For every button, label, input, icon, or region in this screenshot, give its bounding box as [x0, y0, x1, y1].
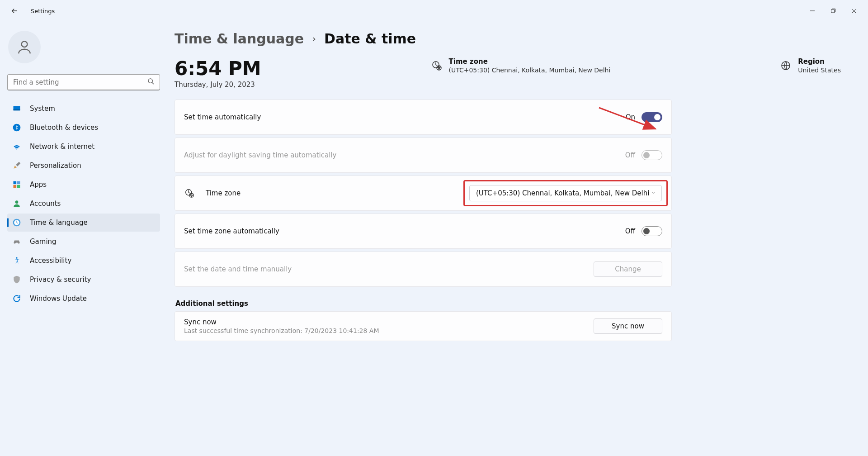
sync-now-button[interactable]: Sync now: [594, 318, 662, 334]
region-title: Region: [798, 57, 841, 66]
clock-block: 6:54 PM Thursday, July 20, 2023: [175, 57, 261, 89]
setting-label: Set time automatically: [184, 113, 261, 121]
sidebar-item-accounts[interactable]: Accounts: [7, 195, 160, 213]
sidebar-item-apps[interactable]: Apps: [7, 176, 160, 194]
svg-rect-8: [14, 109, 20, 111]
sidebar-item-label: Accessibility: [30, 256, 71, 265]
toggle-state-label: Off: [625, 151, 635, 159]
timezone-title: Time zone: [449, 57, 611, 66]
toggle-state-label: On: [626, 113, 635, 121]
sync-card: Sync now Last successful time synchroniz…: [175, 311, 672, 341]
gamepad-icon: [12, 237, 22, 247]
search-container: [7, 74, 160, 90]
toggle-dst-auto: [642, 150, 662, 160]
sidebar-item-label: Bluetooth & devices: [30, 124, 98, 132]
sync-subtitle: Last successful time synchronization: 7/…: [184, 327, 379, 334]
sidebar-item-network[interactable]: Network & internet: [7, 138, 160, 156]
breadcrumb-parent[interactable]: Time & language: [175, 31, 304, 47]
chevron-right-icon: ›: [312, 33, 316, 44]
minimize-button[interactable]: [802, 4, 823, 18]
titlebar: Settings: [0, 0, 868, 22]
setting-set-time-auto: Set time automatically On: [175, 100, 672, 135]
sync-title: Sync now: [184, 318, 379, 326]
dropdown-selected: (UTC+05:30) Chennai, Kolkata, Mumbai, Ne…: [476, 189, 649, 197]
sidebar-item-time-language[interactable]: Time & language: [7, 214, 160, 232]
region-value: United States: [798, 66, 841, 74]
timezone-value: (UTC+05:30) Chennai, Kolkata, Mumbai, Ne…: [449, 66, 611, 74]
display-icon: [12, 104, 22, 114]
additional-settings-heading: Additional settings: [175, 299, 850, 308]
svg-point-14: [15, 200, 19, 204]
sidebar-item-label: Accounts: [30, 200, 61, 208]
nav: System Bluetooth & devices Network & int…: [7, 100, 160, 308]
main-content: Time & language › Date & time 6:54 PM Th…: [167, 22, 868, 456]
search-icon: [147, 78, 155, 87]
toggle-state-label: Off: [625, 227, 635, 235]
apps-icon: [12, 180, 22, 190]
sidebar-item-label: Privacy & security: [30, 276, 91, 284]
svg-rect-13: [17, 185, 20, 188]
svg-point-4: [22, 41, 28, 47]
sidebar-item-gaming[interactable]: Gaming: [7, 233, 160, 251]
person-icon: [12, 199, 22, 209]
sidebar-item-label: Network & internet: [30, 142, 94, 151]
sidebar-item-update[interactable]: Windows Update: [7, 290, 160, 308]
sidebar-item-system[interactable]: System: [7, 100, 160, 118]
page-title: Date & time: [324, 31, 416, 47]
svg-point-17: [16, 257, 17, 259]
svg-rect-1: [831, 10, 835, 13]
toggle-set-tz-auto[interactable]: [642, 226, 662, 236]
current-time: 6:54 PM: [175, 57, 261, 80]
app-title: Settings: [31, 8, 55, 14]
window-controls: [802, 4, 864, 18]
setting-label: Time zone: [206, 189, 241, 197]
sidebar-item-privacy[interactable]: Privacy & security: [7, 271, 160, 289]
svg-point-9: [13, 124, 21, 132]
change-button: Change: [594, 261, 662, 277]
svg-line-6: [152, 82, 154, 84]
region-info: Region United States: [780, 57, 841, 74]
setting-timezone: Time zone (UTC+05:30) Chennai, Kolkata, …: [175, 176, 672, 211]
chevron-down-icon: [651, 189, 656, 197]
setting-label: Adjust for daylight saving time automati…: [184, 151, 336, 159]
annotation-highlight: (UTC+05:30) Chennai, Kolkata, Mumbai, Ne…: [463, 180, 668, 206]
accessibility-icon: [12, 256, 22, 266]
timezone-dropdown[interactable]: (UTC+05:30) Chennai, Kolkata, Mumbai, Ne…: [469, 185, 662, 201]
sidebar: System Bluetooth & devices Network & int…: [0, 22, 167, 456]
paintbrush-icon: [12, 161, 22, 171]
update-icon: [12, 294, 22, 304]
sidebar-item-label: Windows Update: [30, 294, 87, 303]
svg-rect-10: [14, 181, 17, 185]
svg-point-5: [148, 79, 152, 83]
svg-rect-11: [17, 181, 20, 185]
sidebar-item-personalization[interactable]: Personalization: [7, 157, 160, 175]
svg-rect-12: [14, 185, 17, 188]
close-button[interactable]: [844, 4, 864, 18]
wifi-icon: [12, 142, 22, 152]
setting-dst-auto: Adjust for daylight saving time automati…: [175, 138, 672, 173]
back-button[interactable]: [7, 4, 22, 18]
setting-label: Set time zone automatically: [184, 227, 279, 235]
timezone-info: Time zone (UTC+05:30) Chennai, Kolkata, …: [431, 57, 611, 74]
sidebar-item-label: Apps: [30, 180, 47, 189]
avatar[interactable]: [8, 31, 41, 63]
search-input[interactable]: [7, 74, 160, 90]
current-date: Thursday, July 20, 2023: [175, 81, 261, 89]
sidebar-item-accessibility[interactable]: Accessibility: [7, 252, 160, 270]
setting-set-manual: Set the date and time manually Change: [175, 252, 672, 287]
bluetooth-icon: [12, 123, 22, 133]
setting-set-tz-auto: Set time zone automatically Off: [175, 214, 672, 249]
sidebar-item-label: Personalization: [30, 162, 81, 170]
globe-icon: [780, 60, 792, 71]
breadcrumb: Time & language › Date & time: [175, 31, 850, 47]
setting-label: Set the date and time manually: [184, 265, 292, 273]
maximize-button[interactable]: [823, 4, 844, 18]
toggle-set-time-auto[interactable]: [642, 112, 662, 122]
overview-row: 6:54 PM Thursday, July 20, 2023 Time zon…: [175, 57, 850, 89]
shield-icon: [12, 275, 22, 285]
sidebar-item-label: System: [30, 104, 55, 113]
sidebar-item-bluetooth[interactable]: Bluetooth & devices: [7, 119, 160, 137]
clock-globe-icon: [431, 60, 443, 71]
sidebar-item-label: Time & language: [30, 218, 88, 227]
clock-globe-icon: [12, 218, 22, 228]
